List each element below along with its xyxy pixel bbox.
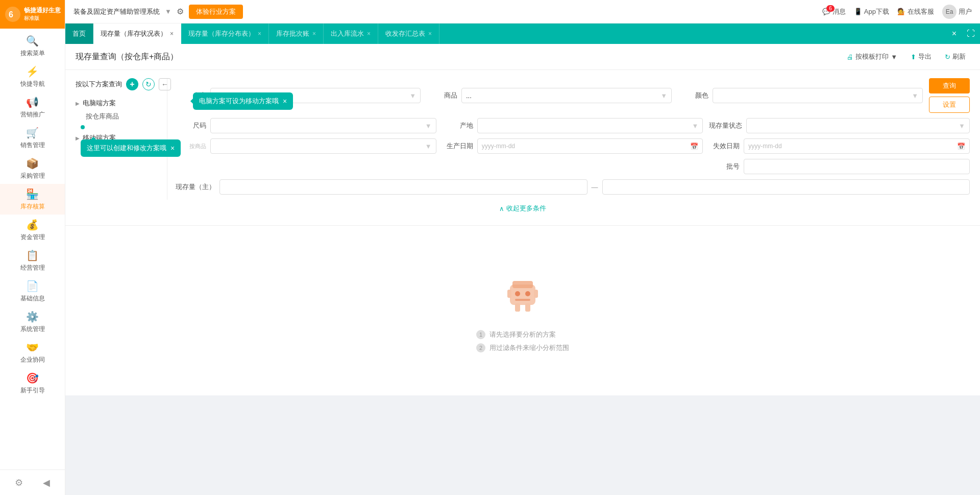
sidebar-item-inventory[interactable]: 🏪 库存核算: [0, 184, 65, 215]
mfg-date-input[interactable]: yyyy-mm-dd 📅: [477, 138, 703, 154]
tab-inout-flow-close[interactable]: ×: [367, 30, 371, 37]
settings-icon[interactable]: ⚙: [177, 7, 184, 16]
goods-dots: ...: [466, 92, 472, 100]
filter-field-exp-date: 失效日期 yyyy-mm-dd 📅: [709, 138, 970, 154]
goods-dropdown-icon: ▼: [660, 92, 667, 100]
sidebar-item-system[interactable]: ⚙️ 系统管理: [0, 307, 65, 337]
system-icon: ⚙️: [26, 311, 39, 323]
exp-date-calendar-icon[interactable]: 📅: [957, 143, 965, 150]
sidebar-item-label: 快捷导航: [20, 80, 45, 88]
color-select[interactable]: ▼: [713, 88, 923, 103]
sidebar-collapse-btn[interactable]: ◀: [43, 477, 50, 488]
message-btn[interactable]: 💬 6 消息: [822, 7, 846, 16]
sidebar-item-basic[interactable]: 📄 基础信息: [0, 276, 65, 307]
user-label: 用户: [959, 7, 972, 16]
filter-field-origin: 产地 ▼: [443, 118, 703, 133]
filter-back-btn[interactable]: ←: [159, 78, 171, 90]
tab-collection-summary[interactable]: 收发存汇总表 ×: [378, 23, 439, 44]
tabs-expand-btn[interactable]: ⛶: [962, 29, 980, 38]
tab-batch-ledger-close[interactable]: ×: [312, 30, 316, 37]
svg-point-5: [525, 291, 530, 296]
sidebar-item-operation[interactable]: 📋 经营管理: [0, 245, 65, 276]
tab-home-label: 首页: [72, 29, 86, 38]
operation-icon: 📋: [26, 249, 39, 262]
tooltip-close-2[interactable]: ×: [170, 144, 175, 152]
filter-refresh-btn[interactable]: ↻: [142, 78, 155, 90]
sidebar-item-finance[interactable]: 💰 资金管理: [0, 215, 65, 245]
page-header: 现存量查询（按仓库+商品） 🖨 按模板打印 ▼ ⬆ 导出 ↻ 刷新: [65, 44, 980, 70]
tooltip-scheme-desktop: 电脑方案可设为移动方案哦 ×: [193, 92, 293, 110]
size-select[interactable]: ▼: [210, 118, 436, 133]
reset-btn[interactable]: 设置: [929, 97, 970, 113]
scheme-group-desktop-header[interactable]: ▶ 电脑端方案: [76, 97, 161, 110]
mfg-date-calendar-icon[interactable]: 📅: [690, 143, 698, 150]
inventory-max-input[interactable]: [602, 179, 970, 195]
scheme-group-desktop: ▶ 电脑端方案 按仓库商品: [76, 97, 161, 123]
marketing-icon: 📢: [26, 96, 39, 108]
print-btn[interactable]: 🖨 按模板打印 ▼: [843, 50, 901, 63]
system-dropdown-icon[interactable]: ▼: [165, 8, 172, 15]
filter-label: 按以下方案查询: [76, 80, 122, 89]
user-menu-btn[interactable]: Ea 用户: [942, 5, 972, 19]
collapse-bar[interactable]: ∧ 收起更多条件: [76, 200, 970, 217]
system-name: 装备及固定资产辅助管理系统: [74, 7, 160, 16]
inventory-min-input[interactable]: [219, 179, 587, 195]
filter-field-batch-real: 批号: [709, 159, 970, 174]
svg-rect-8: [534, 290, 538, 298]
search-btn[interactable]: 查询: [929, 78, 970, 93]
sidebar-settings-btn[interactable]: ⚙: [15, 477, 23, 488]
sidebar-item-purchase[interactable]: 📦 采购管理: [0, 153, 65, 184]
sidebar-item-guide[interactable]: 🎯 新手引导: [0, 368, 65, 398]
refresh-btn[interactable]: ↻ 刷新: [941, 50, 970, 63]
filter-field-category: 按商品 ▼: [176, 138, 436, 154]
filter-field-goods: 商品 ... ▼: [427, 88, 672, 103]
goods-select[interactable]: ... ▼: [461, 88, 672, 103]
origin-label: 产地: [443, 121, 473, 130]
filter-field-mfg-date: 生产日期 yyyy-mm-dd 📅: [443, 138, 703, 154]
tab-batch-ledger[interactable]: 库存批次账 ×: [269, 23, 324, 44]
message-badge-wrap: 💬 6: [822, 8, 830, 15]
tab-inout-flow-label: 出入库流水: [331, 29, 364, 38]
tab-inventory-dist-close[interactable]: ×: [258, 30, 261, 37]
origin-select[interactable]: ▼: [477, 118, 703, 133]
guide-icon: 🎯: [26, 372, 39, 384]
tab-inventory-dist[interactable]: 现存量（库存分布表） ×: [181, 23, 269, 44]
export-icon: ⬆: [911, 53, 916, 61]
app-download-btn[interactable]: 📱 App下载: [854, 7, 889, 16]
sidebar-item-label: 营销推广: [20, 110, 45, 119]
svg-rect-9: [515, 303, 520, 312]
stock-status-select[interactable]: ▼: [746, 118, 970, 133]
sidebar-item-label: 基础信息: [20, 294, 45, 303]
tab-inventory-status-close[interactable]: ×: [170, 30, 174, 37]
tab-collection-summary-close[interactable]: ×: [428, 30, 432, 37]
empty-state: 1 请先选择要分析的方案 2 用过滤条件来缩小分析范围: [65, 226, 980, 395]
empty-svg: [497, 267, 548, 318]
tab-home[interactable]: 首页: [65, 23, 93, 44]
tabs-close-all-btn[interactable]: ×: [947, 29, 962, 38]
scheme-item-warehouse-goods[interactable]: 按仓库商品: [76, 110, 161, 123]
filter-add-btn[interactable]: +: [126, 78, 138, 90]
goods-label: 商品: [427, 91, 457, 100]
message-badge: 6: [826, 5, 835, 12]
tooltip-text-2: 这里可以创建和修改方案哦: [87, 144, 166, 153]
sidebar-item-sales[interactable]: 🛒 销售管理: [0, 123, 65, 153]
sidebar-item-marketing[interactable]: 📢 营销推广: [0, 92, 65, 123]
enterprise-icon: 🤝: [26, 341, 39, 353]
tab-inout-flow[interactable]: 出入库流水 ×: [324, 23, 378, 44]
tabs-bar: 首页 现存量（库存状况表） × 现存量（库存分布表） × 库存批次账 × 出入库…: [65, 23, 980, 44]
category-select[interactable]: ▼: [210, 138, 436, 154]
tooltip-close-1[interactable]: ×: [283, 97, 287, 105]
mfg-date-label: 生产日期: [443, 142, 473, 151]
sidebar-item-search-menu[interactable]: 🔍 搜索菜单: [0, 31, 65, 61]
tip-text-2: 用过滤条件来缩小分析范围: [489, 341, 569, 355]
color-label: 颜色: [678, 91, 708, 100]
batch-input[interactable]: [744, 159, 970, 174]
sidebar-item-quick-nav[interactable]: ⚡ 快捷导航: [0, 61, 65, 92]
online-support-btn[interactable]: 💁 在线客服: [897, 7, 934, 16]
export-btn[interactable]: ⬆ 导出: [906, 50, 936, 63]
sidebar-item-enterprise[interactable]: 🤝 企业协同: [0, 337, 65, 368]
exp-date-input[interactable]: yyyy-mm-dd 📅: [744, 138, 970, 154]
trial-btn[interactable]: 体验行业方案: [189, 5, 243, 19]
tab-inventory-status[interactable]: 现存量（库存状况表） ×: [93, 23, 181, 44]
sidebar: 6 畅捷通好生意 标准版 🔍 搜索菜单 ⚡ 快捷导航 📢 营销推广 🛒 销售管理…: [0, 0, 65, 495]
